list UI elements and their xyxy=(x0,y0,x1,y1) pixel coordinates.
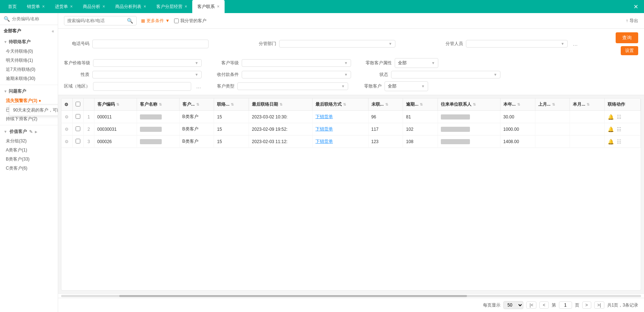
sidebar-group-value-add-icon[interactable]: ▸ xyxy=(35,129,37,134)
th-code[interactable]: 客户编码 ⇅ xyxy=(94,98,137,111)
row-action-bell-0[interactable]: 🔔 xyxy=(608,114,614,120)
first-page-btn[interactable]: |< xyxy=(526,301,536,309)
search-input[interactable] xyxy=(67,18,125,23)
tab-product-list-close[interactable]: × xyxy=(144,4,146,9)
row-checkbox-cell[interactable] xyxy=(72,111,83,123)
search-icon[interactable]: 🔍 xyxy=(127,18,133,24)
sidebar-item-overdue[interactable]: 逾期未联络(30) xyxy=(0,74,58,83)
filter-select-customer-grade[interactable]: ▼ xyxy=(242,59,351,67)
region-more-btn[interactable]: ... xyxy=(194,83,203,90)
row-checkbox-1[interactable] xyxy=(76,126,80,131)
row-checkbox-cell[interactable] xyxy=(72,123,83,135)
tab-product-list[interactable]: 商品分析列表 × xyxy=(110,0,151,13)
tab-purchase[interactable]: 进货单 × xyxy=(50,0,78,13)
row-uncontacted-2: 123 xyxy=(368,135,403,148)
row-last-method-0[interactable]: 下销货单 xyxy=(313,111,369,123)
th-last-date[interactable]: 最后联络日期 ⇅ xyxy=(249,98,313,111)
sidebar-search-input[interactable] xyxy=(12,16,58,21)
th-contact-person[interactable]: 往来单位联系人 ⇅ xyxy=(438,98,500,111)
tab-product-analysis[interactable]: 商品分析 × xyxy=(78,0,110,13)
sidebar-item-ungrouped[interactable]: 未分组(32) xyxy=(0,137,58,146)
window-close-button[interactable]: ✕ xyxy=(631,3,641,10)
next-page-btn[interactable]: > xyxy=(582,301,591,309)
tab-customer-tier-close[interactable]: × xyxy=(185,4,187,9)
tab-sales-close[interactable]: × xyxy=(42,4,45,9)
prev-page-btn[interactable]: < xyxy=(539,301,548,309)
sidebar-item-today[interactable]: 今天待联络(0) xyxy=(0,47,58,56)
th-this-month[interactable]: 本月... ⇅ xyxy=(570,98,605,111)
row-last-method-link-0[interactable]: 下销货单 xyxy=(315,114,333,119)
row-contact-person-0 xyxy=(438,111,500,123)
sidebar-item-class-a[interactable]: A类客户(1) xyxy=(0,146,58,155)
bottom-scrollbar-thumb[interactable] xyxy=(119,295,467,297)
row-settings[interactable]: ⚙ xyxy=(61,111,72,123)
more-conditions-btn[interactable]: ▦ 更多条件 ▼ xyxy=(141,18,170,24)
filter-select-payment[interactable]: ▼ xyxy=(242,71,351,78)
sidebar-group-value-edit-icon[interactable]: ✎ xyxy=(29,129,33,134)
page-number-input[interactable] xyxy=(559,301,572,309)
filter-select-nature[interactable]: ▼ xyxy=(92,71,202,78)
sidebar-root-header[interactable]: 全部客户 « xyxy=(0,25,58,37)
filter-select-retail[interactable]: 全部 ▼ xyxy=(385,81,428,91)
my-customers-check[interactable] xyxy=(174,19,179,23)
row-last-method-1[interactable]: 下销货单 xyxy=(313,123,369,135)
filter-select-price-grade[interactable]: ▼ xyxy=(93,59,202,67)
sidebar-item-churn-warning[interactable]: 流失预警客户(3) ● xyxy=(0,96,58,105)
tab-product-analysis-close[interactable]: × xyxy=(102,4,105,9)
sidebar-group-problem[interactable]: ▼ 问题客户 xyxy=(0,86,58,96)
row-checkbox-cell[interactable] xyxy=(72,135,83,148)
per-page-select[interactable]: 50 100 xyxy=(503,301,523,309)
th-type[interactable]: 客户... ⇅ xyxy=(179,98,214,111)
row-action-bell-1[interactable]: 🔔 xyxy=(608,126,614,132)
filter-select-dept[interactable]: ▼ xyxy=(279,40,395,48)
filter-label-nature: 性质 xyxy=(64,72,89,78)
tab-customer-tier[interactable]: 客户分层经营 × xyxy=(151,0,192,13)
tab-purchase-close[interactable]: × xyxy=(70,4,73,9)
filter-select-status[interactable]: ▼ xyxy=(391,71,500,78)
my-customers-checkbox[interactable]: 我分管的客户 xyxy=(174,18,206,24)
sidebar-group-value[interactable]: ▼ 价值客户 ✎ ▸ xyxy=(0,127,58,137)
last-page-btn[interactable]: >| xyxy=(594,301,604,309)
filter-input-region[interactable] xyxy=(93,82,191,91)
query-button[interactable]: 查询 xyxy=(616,32,638,43)
sidebar-item-tomorrow[interactable]: 明天待联络(1) xyxy=(0,56,58,65)
row-checkbox-2[interactable] xyxy=(76,139,80,143)
row-action-grid-2[interactable]: ☷ xyxy=(617,139,621,145)
select-all-checkbox[interactable] xyxy=(76,102,80,106)
th-last-method[interactable]: 最后联络方式 ⇅ xyxy=(313,98,369,111)
settings-button[interactable]: 设置 xyxy=(621,46,638,55)
th-uncontacted[interactable]: 未联... ⇅ xyxy=(368,98,403,111)
row-last-method-link-2[interactable]: 下销货单 xyxy=(315,139,333,144)
filter-select-customer-type[interactable]: ▼ xyxy=(237,82,348,90)
tab-customer-contact[interactable]: 客户联系 × xyxy=(192,0,225,13)
manager-more-btn[interactable]: ... xyxy=(571,41,580,47)
row-action-bell-2[interactable]: 🔔 xyxy=(608,139,614,145)
tab-home[interactable]: 首页 xyxy=(3,0,22,13)
bottom-scrollbar[interactable] xyxy=(61,295,641,297)
th-checkbox[interactable] xyxy=(72,98,83,111)
row-settings[interactable]: ⚙ xyxy=(61,123,72,135)
sidebar-item-class-c[interactable]: C类客户(6) xyxy=(0,164,58,173)
row-action-grid-1[interactable]: ☷ xyxy=(617,126,621,132)
filter-input-phone[interactable] xyxy=(92,40,209,48)
sidebar-item-7days[interactable]: 近7天待联络(0) xyxy=(0,65,58,74)
sidebar-item-class-b[interactable]: B类客户(33) xyxy=(0,155,58,164)
row-action-grid-0[interactable]: ☷ xyxy=(617,114,621,120)
filter-select-retail-attr[interactable]: 全部 ▼ xyxy=(395,58,438,68)
row-last-method-2[interactable]: 下销货单 xyxy=(313,135,369,148)
tab-customer-contact-close[interactable]: × xyxy=(217,4,220,9)
export-btn[interactable]: ↑ 导出 xyxy=(626,18,638,24)
th-settings[interactable]: ⚙ xyxy=(61,98,72,111)
tab-sales[interactable]: 销货单 × xyxy=(22,0,50,13)
row-last-method-link-1[interactable]: 下销货单 xyxy=(315,126,333,131)
th-this-year[interactable]: 本年... ⇅ xyxy=(500,98,535,111)
row-settings[interactable]: ⚙ xyxy=(61,135,72,148)
row-checkbox-0[interactable] xyxy=(76,114,80,119)
th-last-month[interactable]: 上月... ⇅ xyxy=(535,98,570,111)
sidebar-group-pending[interactable]: ▼ 待联络客户 xyxy=(0,37,58,47)
th-contact[interactable]: 联络... ⇅ xyxy=(214,98,249,111)
filter-select-manager[interactable]: ▼ xyxy=(466,40,568,48)
th-name[interactable]: 客户名称 ⇅ xyxy=(137,98,179,111)
th-overdue[interactable]: 逾期... ⇅ xyxy=(403,98,438,111)
row-type-0: B类客户 xyxy=(179,111,214,123)
